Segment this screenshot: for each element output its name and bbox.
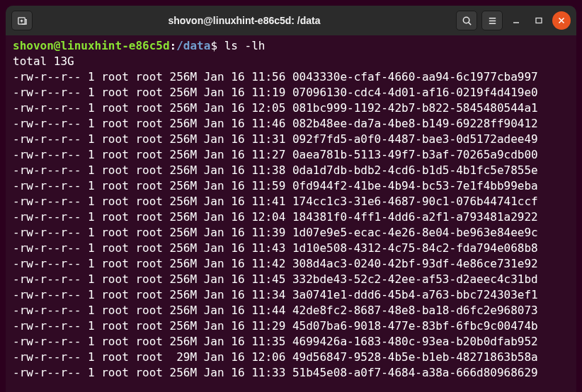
- file-row: -rw-r--r-- 1 root root 256M Jan 16 11:35…: [13, 334, 569, 350]
- new-tab-button[interactable]: [11, 11, 33, 30]
- file-row: -rw-r--r-- 1 root root 256M Jan 16 11:42…: [13, 256, 569, 272]
- file-row: -rw-r--r-- 1 root root 256M Jan 16 11:56…: [13, 69, 569, 85]
- file-row: -rw-r--r-- 1 root root 256M Jan 16 11:19…: [13, 85, 569, 100]
- total-line: total 13G: [13, 54, 569, 69]
- maximize-button[interactable]: [530, 11, 548, 30]
- terminal-window: shovon@linuxhint-e86c5d: /data shovon@li…: [6, 6, 576, 392]
- hamburger-menu-button[interactable]: [481, 11, 503, 30]
- window-title: shovon@linuxhint-e86c5d: /data: [37, 15, 452, 26]
- titlebar: shovon@linuxhint-e86c5d: /data: [6, 6, 576, 35]
- svg-rect-2: [536, 18, 542, 23]
- file-row: -rw-r--r-- 1 root root 256M Jan 16 11:39…: [13, 225, 569, 241]
- terminal-output[interactable]: shovon@linuxhint-e86c5d:/data$ ls -lhtot…: [6, 35, 576, 392]
- file-row: -rw-r--r-- 1 root root 256M Jan 16 11:29…: [13, 318, 569, 334]
- prompt-line: shovon@linuxhint-e86c5d:/data$ ls -lh: [13, 38, 569, 54]
- file-row: -rw-r--r-- 1 root root 256M Jan 16 11:46…: [13, 116, 569, 132]
- file-row: -rw-r--r-- 1 root root 256M Jan 16 11:44…: [13, 303, 569, 318]
- file-row: -rw-r--r-- 1 root root 256M Jan 16 11:34…: [13, 287, 569, 303]
- file-row: -rw-r--r-- 1 root root 256M Jan 16 12:05…: [13, 100, 569, 116]
- prompt-path: /data: [176, 39, 210, 52]
- prompt-dollar: $: [210, 39, 224, 52]
- file-row: -rw-r--r-- 1 root root 256M Jan 16 11:31…: [13, 132, 569, 147]
- file-row: -rw-r--r-- 1 root root 256M Jan 16 11:27…: [13, 147, 569, 163]
- file-row: -rw-r--r-- 1 root root 256M Jan 16 11:43…: [13, 241, 569, 256]
- svg-point-1: [463, 17, 469, 23]
- search-button[interactable]: [456, 11, 477, 30]
- file-row: -rw-r--r-- 1 root root 29M Jan 16 12:06 …: [13, 350, 569, 365]
- prompt-colon: :: [170, 39, 177, 52]
- file-row: -rw-r--r-- 1 root root 256M Jan 16 11:33…: [13, 365, 569, 381]
- file-row: -rw-r--r-- 1 root root 256M Jan 16 11:41…: [13, 194, 569, 209]
- minimize-button[interactable]: [507, 11, 525, 30]
- prompt-user: shovon@linuxhint-e86c5d: [13, 39, 170, 52]
- typed-command: ls -lh: [224, 39, 266, 52]
- file-row: -rw-r--r-- 1 root root 256M Jan 16 11:59…: [13, 178, 569, 194]
- file-row: -rw-r--r-- 1 root root 256M Jan 16 12:04…: [13, 209, 569, 225]
- file-row: -rw-r--r-- 1 root root 256M Jan 16 11:45…: [13, 272, 569, 287]
- close-button[interactable]: [552, 11, 571, 30]
- file-row: -rw-r--r-- 1 root root 256M Jan 16 11:38…: [13, 163, 569, 178]
